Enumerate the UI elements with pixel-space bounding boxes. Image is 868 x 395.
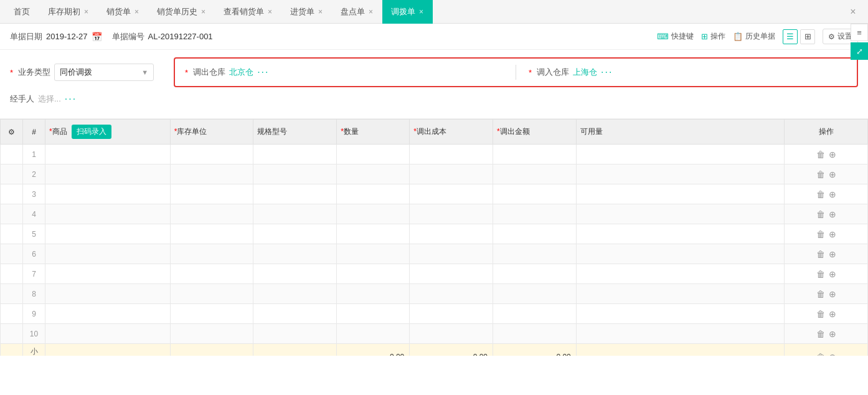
row-unit-cell[interactable] [170, 164, 253, 184]
row-amount-cell[interactable] [493, 145, 577, 164]
row-copy-icon[interactable]: ⊕ [829, 209, 836, 219]
row-quantity-cell[interactable] [337, 324, 410, 344]
tab-inventory-init[interactable]: 库存期初 × [39, 0, 98, 24]
row-quantity-cell[interactable] [337, 304, 410, 324]
row-delete-icon[interactable]: 🗑 [816, 289, 825, 299]
row-available-cell[interactable] [576, 224, 784, 244]
row-unit-cell[interactable] [170, 264, 253, 284]
tab-stocktake[interactable]: 盘点单 × [332, 0, 382, 24]
row-available-cell[interactable] [576, 324, 784, 344]
close-purchase-order[interactable]: × [318, 7, 323, 16]
row-quantity-cell[interactable] [337, 164, 410, 184]
row-cost-cell[interactable] [410, 164, 493, 184]
row-available-cell[interactable] [576, 164, 784, 184]
row-quantity-cell[interactable] [337, 145, 410, 164]
layout-list-icon[interactable]: ☰ [783, 29, 798, 44]
row-spec-cell[interactable] [253, 164, 337, 184]
row-product-cell[interactable] [45, 264, 171, 284]
tab-sales-history[interactable]: 销货单历史 × [148, 0, 215, 24]
row-delete-icon[interactable]: 🗑 [816, 309, 825, 319]
row-cost-cell[interactable] [410, 244, 493, 264]
row-copy-icon[interactable]: ⊕ [829, 329, 836, 339]
row-spec-cell[interactable] [253, 204, 337, 224]
row-cost-cell[interactable] [410, 324, 493, 344]
warehouse-in-more-icon[interactable]: ··· [601, 67, 613, 78]
row-copy-icon[interactable]: ⊕ [829, 309, 836, 319]
row-available-cell[interactable] [576, 304, 784, 324]
row-amount-cell[interactable] [493, 284, 577, 304]
row-amount-cell[interactable] [493, 264, 577, 284]
row-delete-icon[interactable]: 🗑 [816, 169, 825, 179]
sidebar-list-button[interactable]: ≡ [851, 24, 868, 41]
row-available-cell[interactable] [576, 284, 784, 304]
gear-table-icon[interactable]: ⚙ [8, 128, 15, 136]
close-stocktake[interactable]: × [369, 7, 373, 16]
warehouse-in-value[interactable]: 上海仓 [573, 67, 597, 78]
row-available-cell[interactable] [576, 264, 784, 284]
tab-view-sales[interactable]: 查看销货单 × [215, 0, 281, 24]
row-quantity-cell[interactable] [337, 184, 410, 204]
close-view-sales[interactable]: × [268, 7, 272, 16]
calendar-icon[interactable]: 📅 [92, 32, 102, 42]
row-quantity-cell[interactable] [337, 204, 410, 224]
row-cost-cell[interactable] [410, 284, 493, 304]
warehouse-out-more-icon[interactable]: ··· [257, 67, 269, 78]
row-product-cell[interactable] [45, 184, 171, 204]
tab-home[interactable]: 首页 [5, 0, 39, 24]
row-available-cell[interactable] [576, 244, 784, 264]
row-cost-cell[interactable] [410, 224, 493, 244]
row-spec-cell[interactable] [253, 145, 337, 164]
row-amount-cell[interactable] [493, 324, 577, 344]
tab-purchase-order[interactable]: 进货单 × [281, 0, 332, 24]
row-unit-cell[interactable] [170, 204, 253, 224]
row-cost-cell[interactable] [410, 145, 493, 164]
shortcuts-button[interactable]: ⌨ 快捷键 [657, 31, 694, 42]
sidebar-expand-button[interactable]: ⤢ [851, 42, 868, 60]
row-spec-cell[interactable] [253, 184, 337, 204]
row-available-cell[interactable] [576, 184, 784, 204]
row-quantity-cell[interactable] [337, 264, 410, 284]
row-copy-icon[interactable]: ⊕ [829, 189, 836, 199]
row-copy-icon[interactable]: ⊕ [829, 289, 836, 299]
row-copy-icon[interactable]: ⊕ [829, 229, 836, 239]
subtotal-copy-icon[interactable]: ⊕ [829, 352, 836, 356]
col-settings-icon[interactable]: ⚙ [1, 120, 23, 145]
row-product-cell[interactable] [45, 164, 171, 184]
row-product-cell[interactable] [45, 324, 171, 344]
row-product-cell[interactable] [45, 284, 171, 304]
row-amount-cell[interactable] [493, 184, 577, 204]
scan-button[interactable]: 扫码录入 [72, 125, 111, 139]
row-unit-cell[interactable] [170, 324, 253, 344]
row-spec-cell[interactable] [253, 284, 337, 304]
row-cost-cell[interactable] [410, 304, 493, 324]
row-copy-icon[interactable]: ⊕ [829, 150, 836, 159]
row-spec-cell[interactable] [253, 224, 337, 244]
row-cost-cell[interactable] [410, 204, 493, 224]
row-unit-cell[interactable] [170, 184, 253, 204]
row-amount-cell[interactable] [493, 224, 577, 244]
row-product-cell[interactable] [45, 145, 171, 164]
row-delete-icon[interactable]: 🗑 [816, 150, 825, 159]
row-unit-cell[interactable] [170, 244, 253, 264]
row-quantity-cell[interactable] [337, 244, 410, 264]
row-unit-cell[interactable] [170, 304, 253, 324]
row-unit-cell[interactable] [170, 284, 253, 304]
row-quantity-cell[interactable] [337, 284, 410, 304]
row-spec-cell[interactable] [253, 304, 337, 324]
row-amount-cell[interactable] [493, 204, 577, 224]
row-cost-cell[interactable] [410, 264, 493, 284]
row-delete-icon[interactable]: 🗑 [816, 249, 825, 259]
close-inventory-init[interactable]: × [84, 7, 88, 16]
person-select[interactable]: 选择... [38, 93, 61, 105]
close-sales-history[interactable]: × [201, 7, 205, 16]
row-delete-icon[interactable]: 🗑 [816, 269, 825, 279]
row-delete-icon[interactable]: 🗑 [816, 229, 825, 239]
row-product-cell[interactable] [45, 304, 171, 324]
row-spec-cell[interactable] [253, 264, 337, 284]
row-spec-cell[interactable] [253, 324, 337, 344]
tab-sales-order[interactable]: 销货单 × [98, 0, 148, 24]
operations-button[interactable]: ⊞ 操作 [701, 31, 725, 42]
row-available-cell[interactable] [576, 145, 784, 164]
history-button[interactable]: 📋 历史单据 [733, 31, 775, 42]
row-product-cell[interactable] [45, 204, 171, 224]
